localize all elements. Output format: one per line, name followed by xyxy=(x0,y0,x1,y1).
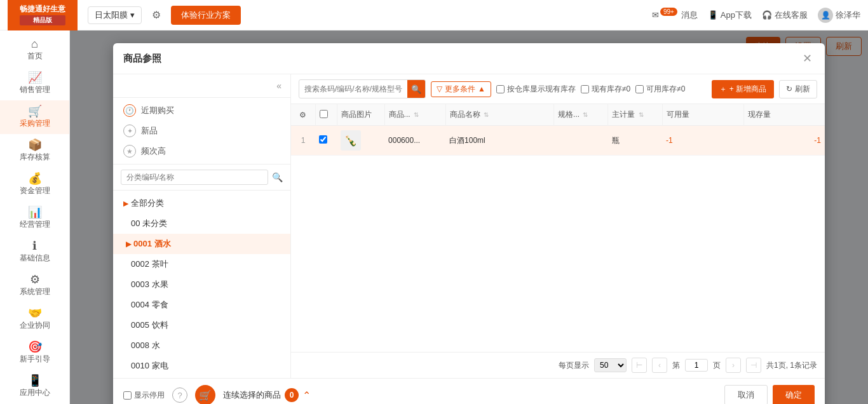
category-tea[interactable]: 0002 茶叶 xyxy=(113,254,290,274)
category-beverage-label: 0005 饮料 xyxy=(131,320,168,331)
quick-filter-recent[interactable]: 🕐 近期购买 xyxy=(113,100,290,121)
user-menu[interactable]: 👤 徐泽华 xyxy=(818,8,860,23)
category-uncategorized-label: 00 未分类 xyxy=(131,218,167,229)
checkbox-stock-input[interactable] xyxy=(581,85,589,93)
prev-page-btn[interactable]: ‹ xyxy=(652,358,667,373)
quick-filter-new[interactable]: ✦ 新品 xyxy=(113,121,290,141)
collapse-up-icon[interactable]: ⌃ xyxy=(302,389,311,401)
sidebar-item-basic[interactable]: ℹ 基础信息 xyxy=(0,235,69,269)
category-fruit[interactable]: 0003 水果 xyxy=(113,274,290,295)
product-search-bar[interactable]: 🔍 xyxy=(299,79,426,98)
sidebar-item-operation[interactable]: 📊 经营管理 xyxy=(0,201,69,235)
page-number-input[interactable] xyxy=(685,359,708,372)
col-available[interactable]: 可用量 xyxy=(662,104,743,126)
top-nav: 畅捷通好生意 精品版 日太阳膜 ▾ ⚙ 体验行业方案 ✉ 99+ 消息 📱 Ap… xyxy=(0,0,868,30)
product-search-button[interactable]: 🔍 xyxy=(407,80,425,98)
category-uncategorized[interactable]: 00 未分类 xyxy=(113,213,290,234)
cell-checkbox[interactable] xyxy=(315,126,337,156)
row-checkbox[interactable] xyxy=(319,135,327,144)
show-disabled-input[interactable] xyxy=(123,391,132,400)
cell-image: 🍾 xyxy=(337,126,384,156)
modal-close-button[interactable]: ✕ xyxy=(799,51,815,66)
left-panel: « 🕐 近期购买 ✦ 新品 xyxy=(113,74,291,378)
col-settings[interactable]: ⚙ xyxy=(291,104,315,126)
category-search-icon[interactable]: 🔍 xyxy=(272,172,283,182)
category-beverage[interactable]: 0005 饮料 xyxy=(113,315,290,335)
table-row[interactable]: 1 🍾 000600... xyxy=(291,126,825,156)
more-filter-btn[interactable]: ▽ 更多条件 ▲ xyxy=(431,81,491,97)
show-disabled-checkbox[interactable]: 显示停用 xyxy=(123,390,165,401)
table-toolbar: 🔍 ▽ 更多条件 ▲ 按仓库显示现有库存 xyxy=(291,74,825,104)
col-spec-sort-icon: ⇅ xyxy=(583,112,588,118)
sidebar-item-inventory[interactable]: 📦 库存核算 xyxy=(0,134,69,168)
category-appliance[interactable]: 0010 家电 xyxy=(113,356,290,376)
checkbox-available-input[interactable] xyxy=(635,85,644,93)
sidebar-item-finance[interactable]: 💰 资金管理 xyxy=(0,168,69,201)
product-table-wrap: ⚙ 商品图片 xyxy=(291,104,825,352)
per-page-select[interactable]: 50 20 100 xyxy=(594,358,627,372)
app-download-btn[interactable]: 📱 App下载 xyxy=(708,10,752,21)
cell-stock: -1 xyxy=(743,126,825,156)
col-code[interactable]: 商品... ⇅ xyxy=(384,104,445,126)
last-page-btn[interactable]: ⊣ xyxy=(746,358,761,373)
col-code-label: 商品... xyxy=(389,110,410,119)
first-page-btn[interactable]: ⊢ xyxy=(632,358,647,373)
checkbox-available-not-zero[interactable]: 可用库存≠0 xyxy=(635,84,685,95)
col-available-label: 可用量 xyxy=(667,110,689,119)
category-all[interactable]: ▶ 全部分类 xyxy=(113,193,290,213)
page-unit: 页 xyxy=(713,360,721,371)
confirm-btn[interactable]: 确定 xyxy=(773,385,815,404)
quick-filter-new-label: 新品 xyxy=(141,125,158,137)
category-water[interactable]: 0008 水 xyxy=(113,335,290,356)
modal-title: 商品参照 xyxy=(123,53,161,65)
alcohol-arrow-icon: ▶ xyxy=(126,240,131,248)
category-snack[interactable]: 0004 零食 xyxy=(113,295,290,315)
trial-btn[interactable]: 体验行业方案 xyxy=(171,6,241,25)
cell-name: 白酒100ml xyxy=(445,126,554,156)
col-unit[interactable]: 主计量 ⇅ xyxy=(608,104,662,126)
checkbox-show-by-warehouse[interactable]: 按仓库显示现有库存 xyxy=(496,84,576,95)
col-checkbox xyxy=(315,104,337,126)
sidebar-item-enterprise[interactable]: 🤝 企业协同 xyxy=(0,302,69,336)
left-panel-header: « xyxy=(113,74,290,98)
online-service-btn[interactable]: 🎧 在线客服 xyxy=(762,10,808,21)
quick-filter-frequent[interactable]: ★ 频次高 xyxy=(113,141,290,161)
col-spec[interactable]: 规格... ⇅ xyxy=(554,104,608,126)
sidebar-item-apps[interactable]: 📱 应用中心 xyxy=(0,370,69,403)
sidebar-item-sales[interactable]: 📈 销售管理 xyxy=(0,67,69,100)
cart-button[interactable]: 🛒 xyxy=(195,385,215,404)
table-refresh-btn[interactable]: ↻ 刷新 xyxy=(779,80,817,98)
sidebar-label-enterprise: 企业协同 xyxy=(20,320,50,331)
collapse-left-button[interactable]: « xyxy=(275,79,283,92)
frequent-icon: ★ xyxy=(123,145,136,158)
sidebar-item-guide[interactable]: 🎯 新手引导 xyxy=(0,336,69,370)
checkbox-warehouse-input[interactable] xyxy=(496,85,505,93)
col-stock-label: 现存量 xyxy=(748,110,771,119)
messages-btn[interactable]: ✉ 99+ 消息 xyxy=(652,10,698,21)
sidebar-item-system[interactable]: ⚙ 系统管理 xyxy=(0,269,69,302)
category-search-input[interactable] xyxy=(121,170,268,185)
sidebar-item-home[interactable]: ⌂ 首页 xyxy=(0,33,69,67)
modal-header: 商品参照 ✕ xyxy=(113,43,825,74)
cancel-btn[interactable]: 取消 xyxy=(724,385,768,404)
store-dropdown[interactable]: 日太阳膜 ▾ xyxy=(88,6,142,24)
continuous-select-label: 连续选择的商品 xyxy=(223,389,281,401)
cell-unit: 瓶 xyxy=(608,126,662,156)
sidebar-item-purchase[interactable]: 🛒 采购管理 xyxy=(0,100,69,134)
col-stock[interactable]: 现存量 xyxy=(743,104,825,126)
checkbox-stock-not-zero[interactable]: 现有库存≠0 xyxy=(581,84,630,95)
product-image: 🍾 xyxy=(341,130,361,151)
add-product-btn[interactable]: ＋ + 新增商品 xyxy=(712,80,774,98)
help-icon[interactable]: ? xyxy=(172,387,187,403)
select-all-checkbox[interactable] xyxy=(320,110,328,118)
add-label: + 新增商品 xyxy=(729,84,766,95)
next-page-btn[interactable]: › xyxy=(726,358,741,373)
settings-icon[interactable]: ⚙ xyxy=(147,6,166,25)
table-header-row: ⚙ 商品图片 xyxy=(291,104,825,126)
col-settings-icon[interactable]: ⚙ xyxy=(299,111,306,119)
col-name[interactable]: 商品名称 ⇅ xyxy=(445,104,554,126)
category-search-box: 🔍 xyxy=(113,165,290,191)
product-search-input[interactable] xyxy=(299,82,407,96)
category-appliance-label: 0010 家电 xyxy=(131,360,168,372)
category-alcohol[interactable]: ▶ 0001 酒水 xyxy=(113,234,290,254)
